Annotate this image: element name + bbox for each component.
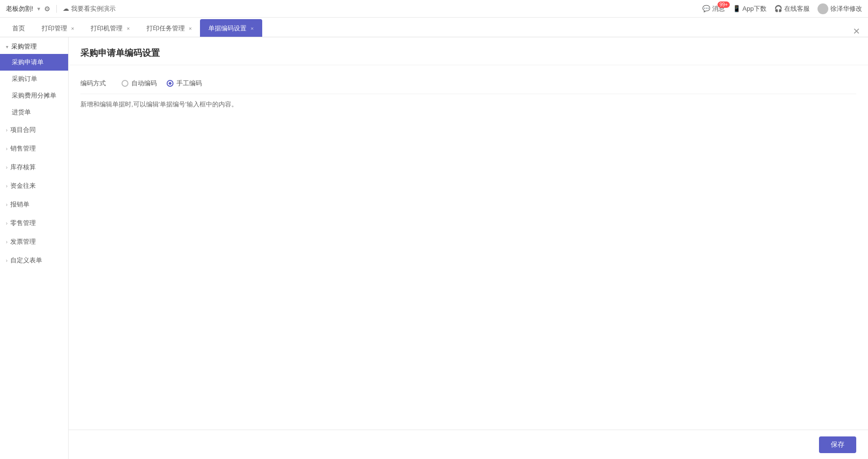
sidebar-group-retail-manage[interactable]: › 零售管理 — [0, 214, 68, 232]
chevron-right-icon: › — [6, 258, 7, 263]
content-area: 采购申请单编码设置 编码方式 自动编码 手工编码 新增和编辑单据时,可以编辑'单… — [69, 37, 868, 459]
sidebar-item-label: 采购订单 — [12, 75, 37, 82]
radio-manual-label: 手工编码 — [176, 79, 202, 88]
demo-text: 我要看实例演示 — [71, 4, 116, 13]
radio-circle-manual — [167, 80, 174, 87]
sidebar-group-label: 零售管理 — [10, 219, 36, 228]
sidebar-group-label: 报销单 — [10, 200, 29, 209]
online-service-button[interactable]: 🎧 在线客服 — [774, 4, 810, 13]
user-profile[interactable]: 徐泽华修改 — [818, 3, 862, 14]
tab-print-manage-close[interactable]: × — [71, 26, 74, 31]
radio-auto-label: 自动编码 — [131, 79, 157, 88]
tab-barcode-setting-close[interactable]: × — [250, 26, 253, 31]
tab-bar-close-button[interactable]: ✕ — [849, 26, 864, 37]
page-title: 采购申请单编码设置 — [80, 48, 160, 58]
radio-group-encoding: 自动编码 手工编码 — [122, 79, 202, 88]
sidebar-group-custom-form[interactable]: › 自定义表单 — [0, 251, 68, 270]
tab-printer-manage-label: 打印机管理 — [91, 24, 123, 33]
save-button[interactable]: 保存 — [819, 436, 856, 453]
app-download-button[interactable]: 📱 App下数 — [733, 4, 767, 13]
tab-barcode-setting-label: 单据编码设置 — [208, 24, 247, 33]
sidebar-group-invoice-manage[interactable]: › 发票管理 — [0, 232, 68, 251]
tab-printer-manage-close[interactable]: × — [126, 26, 129, 31]
encoding-label: 编码方式 — [80, 79, 110, 88]
sidebar-item-label: 采购申请单 — [12, 58, 44, 66]
tab-barcode-setting[interactable]: 单据编码设置 × — [200, 19, 262, 37]
content-body: 编码方式 自动编码 手工编码 新增和编辑单据时,可以编辑'单据编号'输入框中的内… — [69, 65, 868, 430]
tab-print-manage[interactable]: 打印管理 × — [33, 19, 82, 37]
online-service-label: 在线客服 — [784, 4, 810, 13]
divider — [56, 5, 57, 13]
radio-auto-encoding[interactable]: 自动编码 — [122, 79, 157, 88]
chevron-down-icon[interactable]: ▾ — [37, 5, 40, 12]
sidebar-section-purchase: ▾ 采购管理 采购申请单 采购订单 采购费用分摊单 进货单 — [0, 37, 68, 121]
sidebar-group-label: 库存核算 — [10, 163, 36, 172]
chevron-right-icon: › — [6, 239, 7, 245]
app-download-label: App下数 — [743, 4, 767, 13]
sidebar-group-return-sales[interactable]: › 报销单 — [0, 195, 68, 214]
sidebar-group-project-contract[interactable]: › 项目合同 — [0, 121, 68, 139]
cloud-icon: ☁ — [63, 5, 69, 12]
sidebar-item-purchase-expense[interactable]: 采购费用分摊单 — [0, 87, 68, 104]
top-bar-left: 老板勿割! ▾ ⚙ ☁ 我要看实例演示 — [6, 4, 116, 13]
headphone-icon: 🎧 — [774, 5, 782, 12]
phone-icon: 📱 — [733, 5, 741, 12]
message-badge: 99+ — [718, 1, 730, 8]
sidebar-group-inventory-calc[interactable]: › 库存核算 — [0, 158, 68, 177]
radio-circle-auto — [122, 80, 128, 87]
tab-bar: 首页 打印管理 × 打印机管理 × 打印任务管理 × 单据编码设置 × ✕ — [0, 18, 868, 37]
sidebar-item-purchase-order[interactable]: 采购订单 — [0, 71, 68, 87]
content-header: 采购申请单编码设置 — [69, 37, 868, 65]
close-icon: ✕ — [853, 26, 860, 37]
sidebar-group-capital-flow[interactable]: › 资金往来 — [0, 177, 68, 195]
chevron-right-icon: › — [6, 146, 7, 152]
sidebar-group-label: 自定义表单 — [10, 256, 42, 265]
chevron-right-icon: › — [6, 183, 7, 189]
tab-printer-manage[interactable]: 打印机管理 × — [82, 19, 138, 37]
hint-text: 新增和编辑单据时,可以编辑'单据编号'输入框中的内容。 — [80, 100, 856, 109]
sidebar-group-purchase-label: 采购管理 — [11, 42, 37, 51]
radio-manual-encoding[interactable]: 手工编码 — [167, 79, 202, 88]
app-title: 老板勿割! — [6, 4, 33, 13]
sidebar-item-inbound[interactable]: 进货单 — [0, 104, 68, 121]
top-bar-right: 💬 消息 99+ 📱 App下数 🎧 在线客服 徐泽华修改 — [702, 3, 862, 14]
chevron-right-icon: › — [6, 165, 7, 170]
avatar — [818, 3, 828, 14]
sidebar-item-purchase-request[interactable]: 采购申请单 — [0, 54, 68, 71]
content-footer: 保存 — [69, 430, 868, 459]
chevron-right-icon: › — [6, 128, 7, 133]
chevron-down-icon: ▾ — [6, 44, 8, 50]
tab-print-task-close[interactable]: × — [189, 26, 192, 31]
demo-link[interactable]: ☁ 我要看实例演示 — [63, 4, 116, 13]
gear-icon[interactable]: ⚙ — [44, 5, 50, 13]
sidebar-item-label: 进货单 — [12, 108, 31, 116]
sidebar-group-label: 项目合同 — [10, 126, 36, 134]
chevron-right-icon: › — [6, 202, 7, 207]
chevron-right-icon: › — [6, 221, 7, 226]
tab-print-manage-label: 打印管理 — [42, 24, 67, 33]
tab-print-task[interactable]: 打印任务管理 × — [138, 19, 200, 37]
sidebar-item-label: 采购费用分摊单 — [12, 92, 56, 99]
main-layout: ▾ 采购管理 采购申请单 采购订单 采购费用分摊单 进货单 › 项目合同 › 销… — [0, 37, 868, 459]
sidebar-group-label: 销售管理 — [10, 144, 36, 153]
top-bar: 老板勿割! ▾ ⚙ ☁ 我要看实例演示 💬 消息 99+ 📱 App下数 🎧 在… — [0, 0, 868, 18]
sidebar-group-label: 资金往来 — [10, 181, 36, 190]
tab-home-label: 首页 — [12, 24, 25, 33]
sidebar-group-sales-manage[interactable]: › 销售管理 — [0, 139, 68, 158]
user-name: 徐泽华修改 — [830, 4, 862, 13]
sidebar-group-purchase-manage[interactable]: ▾ 采购管理 — [0, 37, 68, 54]
sidebar: ▾ 采购管理 采购申请单 采购订单 采购费用分摊单 进货单 › 项目合同 › 销… — [0, 37, 69, 459]
tab-home[interactable]: 首页 — [4, 19, 33, 37]
message-icon: 💬 — [702, 5, 710, 12]
tab-print-task-label: 打印任务管理 — [147, 24, 185, 33]
sidebar-group-label: 发票管理 — [10, 237, 36, 246]
encoding-row: 编码方式 自动编码 手工编码 — [80, 73, 856, 94]
message-button[interactable]: 💬 消息 99+ — [702, 4, 725, 13]
